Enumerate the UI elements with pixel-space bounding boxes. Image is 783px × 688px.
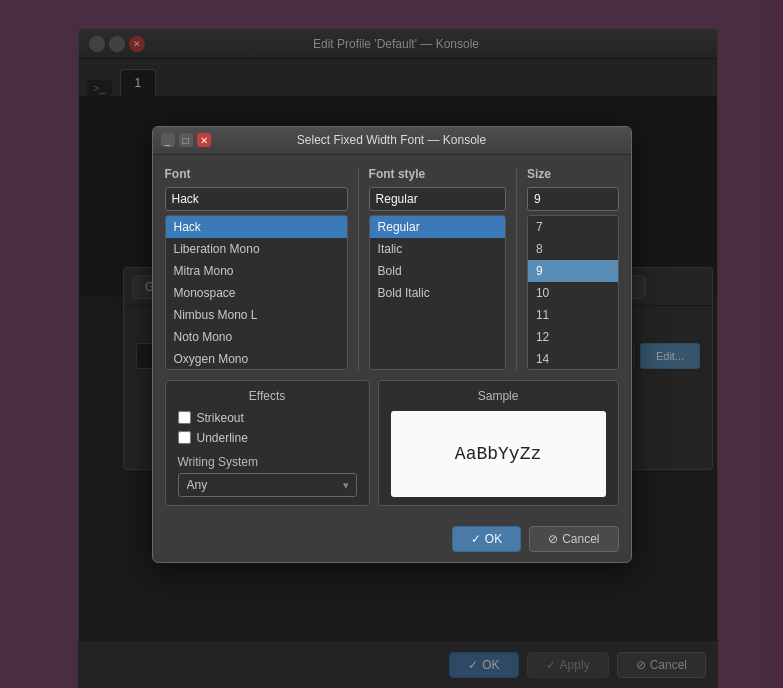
cancel-icon: ⊘ bbox=[548, 532, 558, 546]
list-item[interactable]: 12 bbox=[528, 326, 618, 348]
ok-icon: ✓ bbox=[471, 532, 481, 546]
list-item[interactable]: Monospace bbox=[166, 282, 347, 304]
dialog-close-button[interactable]: ✕ bbox=[197, 133, 211, 147]
font-dialog-ok-button[interactable]: ✓ OK bbox=[452, 526, 521, 552]
list-item[interactable]: Italic bbox=[370, 238, 505, 260]
list-item[interactable]: 7 bbox=[528, 216, 618, 238]
underline-row: Underline bbox=[178, 431, 357, 445]
font-size-label: Size bbox=[527, 167, 619, 181]
list-item[interactable]: Hack bbox=[166, 216, 347, 238]
font-dialog-cancel-button[interactable]: ⊘ Cancel bbox=[529, 526, 618, 552]
font-style-list[interactable]: Regular Italic Bold Bold Italic bbox=[369, 215, 506, 370]
list-item[interactable]: Nimbus Mono L bbox=[166, 304, 347, 326]
font-columns: Font Hack Liberation Mono Mitra Mono Mon… bbox=[165, 167, 619, 370]
font-dialog: _ □ ✕ Select Fixed Width Font — Konsole … bbox=[152, 126, 632, 563]
list-item[interactable]: 14 bbox=[528, 348, 618, 370]
dialog-titlebar-controls: _ □ ✕ bbox=[161, 133, 211, 147]
font-dialog-overlay: _ □ ✕ Select Fixed Width Font — Konsole … bbox=[0, 0, 783, 688]
cancel-label: Cancel bbox=[562, 532, 599, 546]
list-item[interactable]: Noto Mono bbox=[166, 326, 347, 348]
sample-area: AaBbYyZz bbox=[391, 411, 606, 497]
sample-title: Sample bbox=[391, 389, 606, 403]
font-name-input[interactable] bbox=[165, 187, 348, 211]
font-dialog-bottom: Effects Strikeout Underline Writing Syst… bbox=[165, 380, 619, 506]
list-item[interactable]: 8 bbox=[528, 238, 618, 260]
writing-system-label: Writing System bbox=[178, 455, 357, 469]
effects-title: Effects bbox=[178, 389, 357, 403]
dialog-minimize-button[interactable]: _ bbox=[161, 133, 175, 147]
font-style-input[interactable] bbox=[369, 187, 506, 211]
writing-system-select[interactable]: Any Latin Greek Cyrillic bbox=[178, 473, 357, 497]
writing-system-select-wrapper: Any Latin Greek Cyrillic bbox=[178, 473, 357, 497]
list-item[interactable]: 11 bbox=[528, 304, 618, 326]
font-size-list[interactable]: 7 8 9 10 11 12 14 bbox=[527, 215, 619, 370]
font-dialog-body: Font Hack Liberation Mono Mitra Mono Mon… bbox=[153, 155, 631, 518]
strikeout-row: Strikeout bbox=[178, 411, 357, 425]
ok-label: OK bbox=[485, 532, 502, 546]
list-item[interactable]: 10 bbox=[528, 282, 618, 304]
sample-box: Sample AaBbYyZz bbox=[378, 380, 619, 506]
font-dialog-footer: ✓ OK ⊘ Cancel bbox=[153, 518, 631, 562]
list-item[interactable]: Oxygen Mono bbox=[166, 348, 347, 370]
list-item[interactable]: Regular bbox=[370, 216, 505, 238]
effects-box: Effects Strikeout Underline Writing Syst… bbox=[165, 380, 370, 506]
dialog-maximize-button[interactable]: □ bbox=[179, 133, 193, 147]
sample-text: AaBbYyZz bbox=[455, 444, 541, 464]
column-divider bbox=[358, 167, 359, 370]
font-label: Font bbox=[165, 167, 348, 181]
writing-system-section: Writing System Any Latin Greek Cyrillic bbox=[178, 455, 357, 497]
strikeout-label[interactable]: Strikeout bbox=[197, 411, 244, 425]
list-item[interactable]: 9 bbox=[528, 260, 618, 282]
font-name-column: Font Hack Liberation Mono Mitra Mono Mon… bbox=[165, 167, 348, 370]
list-item[interactable]: Bold Italic bbox=[370, 282, 505, 304]
underline-checkbox[interactable] bbox=[178, 431, 191, 444]
dialog-titlebar: _ □ ✕ Select Fixed Width Font — Konsole bbox=[153, 127, 631, 155]
strikeout-checkbox[interactable] bbox=[178, 411, 191, 424]
list-item[interactable]: Bold bbox=[370, 260, 505, 282]
underline-label[interactable]: Underline bbox=[197, 431, 248, 445]
font-style-column: Font style Regular Italic Bold Bold Ital… bbox=[369, 167, 506, 370]
list-item[interactable]: Mitra Mono bbox=[166, 260, 347, 282]
font-size-input[interactable] bbox=[527, 187, 619, 211]
font-name-list[interactable]: Hack Liberation Mono Mitra Mono Monospac… bbox=[165, 215, 348, 370]
column-divider-2 bbox=[516, 167, 517, 370]
list-item[interactable]: Liberation Mono bbox=[166, 238, 347, 260]
font-dialog-title: Select Fixed Width Font — Konsole bbox=[211, 133, 573, 147]
font-style-label: Font style bbox=[369, 167, 506, 181]
font-size-column: Size 7 8 9 10 11 12 14 bbox=[527, 167, 619, 370]
